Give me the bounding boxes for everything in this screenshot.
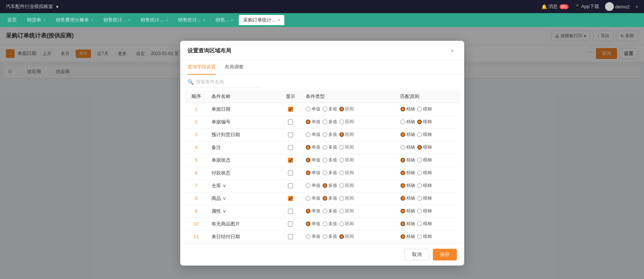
dropdown-icon[interactable]: ▾ [56,4,59,9]
match-rule-option-模糊[interactable]: 模糊 [417,208,432,214]
row-display-checkbox[interactable] [288,209,293,214]
condition-type-option-多值[interactable]: 多值 [323,221,337,227]
row-display-checkbox[interactable] [288,221,293,227]
match-rule-option-精确[interactable]: 精确 [400,170,415,176]
row-display-checkbox[interactable] [288,158,293,163]
condition-type-option-单值[interactable]: 单值 [306,233,320,240]
condition-type-option-区间[interactable]: 区间 [339,208,354,214]
tab-sales-expense-close[interactable]: × [91,18,93,22]
modal-close-btn[interactable]: × [448,47,457,55]
condition-type-option-单值[interactable]: 单值 [306,144,320,150]
row-order: 11 [185,230,208,243]
condition-type-option-多值[interactable]: 多值 [323,195,337,201]
match-rule-option-精确[interactable]: 精确 [400,119,415,125]
modal-tab-query-fields[interactable]: 查询字段设置 [187,60,216,75]
tab-3[interactable]: 销售统计... × [99,15,135,25]
match-rule-option-精确[interactable]: 精确 [400,106,415,112]
match-rule-option-模糊[interactable]: 模糊 [417,119,432,125]
match-rule-option-模糊[interactable]: 模糊 [417,221,432,227]
match-rule-option-模糊[interactable]: 模糊 [417,131,432,138]
row-display-checkbox[interactable] [288,234,293,239]
search-input[interactable] [196,79,254,85]
condition-type-option-单值[interactable]: 单值 [306,157,320,163]
condition-type-option-单值[interactable]: 单值 [306,195,320,201]
tab-home[interactable]: 首页 [3,15,21,25]
match-rule-option-模糊[interactable]: 模糊 [417,106,432,112]
tab-3-close[interactable]: × [129,18,131,22]
condition-type-option-单值[interactable]: 单值 [306,182,320,189]
row-display-checkbox[interactable] [288,132,293,137]
tab-5[interactable]: 销售统计... × [174,15,210,25]
tab-sales-expense[interactable]: 销售费用分摊单 × [51,15,98,25]
row-display-checkbox[interactable] [288,119,293,125]
condition-type-option-区间[interactable]: 区间 [339,106,354,112]
condition-type-option-区间[interactable]: 区间 [339,157,354,163]
condition-type-option-区间[interactable]: 区间 [339,119,354,125]
condition-type-option-单值[interactable]: 单值 [306,208,320,214]
match-rule-option-精确[interactable]: 精确 [400,208,415,214]
modal-tab-layout-adjust[interactable]: 布局调整 [225,60,244,75]
condition-type-option-多值[interactable]: 多值 [323,131,337,138]
settings-modal: 设置查询区域布局 × 查询字段设置 布局调整 🔍 [180,41,464,266]
tab-sales-close[interactable]: × [43,18,46,22]
tab-purchase[interactable]: 采购订单统计... × [239,15,284,25]
match-rule-option-精确[interactable]: 精确 [400,144,415,150]
row-order: 9 [185,205,208,217]
match-rule-option-精确[interactable]: 精确 [400,157,415,163]
tab-6-close[interactable]: × [231,18,233,22]
match-rule-radio-group: 精确模糊 [400,106,456,112]
match-rule-option-精确[interactable]: 精确 [400,233,415,240]
condition-type-option-单值[interactable]: 单值 [306,131,320,138]
condition-type-option-多值[interactable]: 多值 [323,208,337,214]
match-rule-option-精确[interactable]: 精确 [400,195,415,201]
condition-type-option-区间[interactable]: 区间 [339,170,354,176]
user-avatar[interactable]: demo2 [605,2,630,11]
condition-type-option-多值[interactable]: 多值 [323,144,337,150]
tab-4-close[interactable]: × [166,18,168,22]
download-icon: 📱 [574,4,580,9]
row-order: 1 [185,103,208,115]
tab-sales[interactable]: 销货单 × [23,15,50,25]
condition-type-option-区间[interactable]: 区间 [339,144,354,150]
condition-type-option-多值[interactable]: 多值 [323,182,337,189]
match-rule-option-模糊[interactable]: 模糊 [417,233,432,240]
row-display-checkbox[interactable] [288,170,293,176]
condition-type-option-多值[interactable]: 多值 [323,106,337,112]
row-display-checkbox[interactable] [288,183,293,188]
notifications-btn[interactable]: 🔔 消息 99+ [541,3,569,10]
condition-type-option-区间[interactable]: 区间 [339,221,354,227]
tab-4[interactable]: 销售统计... × [136,15,172,25]
condition-type-option-单值[interactable]: 单值 [306,170,320,176]
tab-6[interactable]: 销售... × [211,15,238,25]
match-rule-option-模糊[interactable]: 模糊 [417,144,432,150]
tab-purchase-close[interactable]: × [278,18,280,22]
row-display-checkbox[interactable] [288,145,293,150]
condition-type-option-单值[interactable]: 单值 [306,221,320,227]
match-rule-option-模糊[interactable]: 模糊 [417,182,432,189]
match-rule-option-精确[interactable]: 精确 [400,221,415,227]
table-row: 3预计到货日期单值多值区间精确模糊 [185,128,460,141]
match-rule-option-精确[interactable]: 精确 [400,182,415,189]
top-close-btn[interactable]: × [635,4,638,9]
row-display-checkbox[interactable] [288,107,293,112]
save-btn[interactable]: 保存 [433,249,457,260]
th-display: 显示 [279,90,303,103]
condition-type-option-单值[interactable]: 单值 [306,119,320,125]
condition-type-option-多值[interactable]: 多值 [323,170,337,176]
condition-type-option-区间[interactable]: 区间 [339,131,354,138]
condition-type-option-区间[interactable]: 区间 [339,182,354,189]
condition-type-option-单值[interactable]: 单值 [306,106,320,112]
tab-5-close[interactable]: × [203,18,205,22]
condition-type-option-多值[interactable]: 多值 [323,157,337,163]
condition-type-option-多值[interactable]: 多值 [323,233,337,240]
cancel-btn[interactable]: 取消 [404,249,429,260]
app-download-btn[interactable]: 📱 App下载 [574,3,599,10]
match-rule-option-模糊[interactable]: 模糊 [417,170,432,176]
row-display-checkbox[interactable] [288,196,293,201]
match-rule-option-模糊[interactable]: 模糊 [417,195,432,201]
match-rule-option-精确[interactable]: 精确 [400,131,415,138]
condition-type-option-区间[interactable]: 区间 [339,195,354,201]
match-rule-option-模糊[interactable]: 模糊 [417,157,432,163]
condition-type-option-区间[interactable]: 区间 [339,233,354,240]
condition-type-option-多值[interactable]: 多值 [323,119,337,125]
